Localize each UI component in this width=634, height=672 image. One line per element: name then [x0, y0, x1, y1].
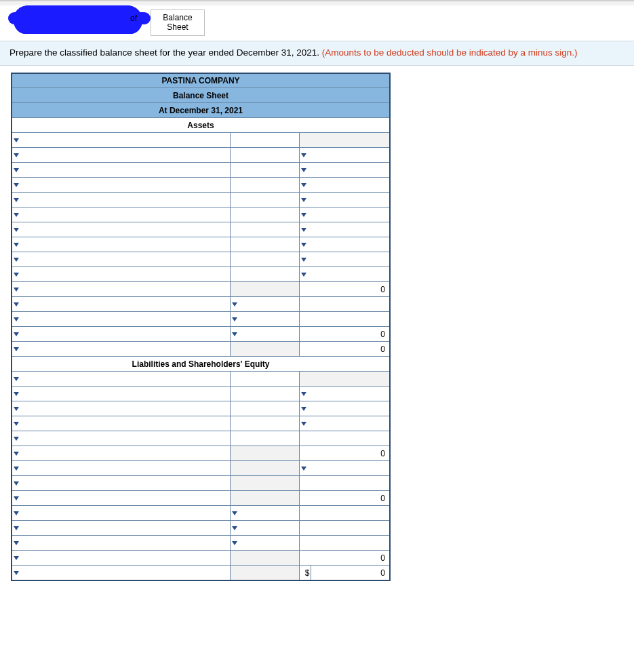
- liab-value1-dropdown[interactable]: [231, 521, 299, 536]
- currency-symbol: $: [299, 566, 311, 580]
- asset-value2-dropdown[interactable]: [299, 178, 390, 193]
- spacer: [299, 133, 390, 148]
- asset-value2-dropdown[interactable]: [299, 193, 390, 207]
- liab-label-dropdown[interactable]: [12, 476, 231, 491]
- asset-total-cell: 0: [299, 342, 390, 357]
- liab-value1-input[interactable]: [231, 387, 299, 401]
- asset-value1-input[interactable]: [231, 222, 299, 237]
- liab-value1-dropdown[interactable]: [231, 536, 299, 551]
- liab-label-dropdown[interactable]: [12, 566, 231, 580]
- balance-sheet-container: PASTINA COMPANY Balance Sheet At Decembe…: [11, 73, 634, 581]
- spacer: [231, 342, 299, 357]
- asset-value2-blank: [299, 297, 390, 312]
- asset-value1-input[interactable]: [231, 207, 299, 222]
- instruction-bar: Prepare the classified balance sheet for…: [0, 41, 634, 66]
- grand-total-cell: 0: [311, 566, 390, 580]
- asset-value1-input[interactable]: [231, 163, 299, 178]
- spacer: [231, 566, 299, 580]
- liab-label-dropdown[interactable]: [12, 372, 231, 387]
- liab-label-dropdown[interactable]: [12, 536, 231, 551]
- asset-label-dropdown[interactable]: [12, 133, 231, 148]
- asset-value2-dropdown[interactable]: [299, 148, 390, 163]
- date-header: At December 31, 2021: [12, 103, 390, 118]
- asset-value1-dropdown[interactable]: [231, 327, 299, 342]
- liab-label-dropdown[interactable]: [12, 521, 231, 536]
- redacted-tab-scribble: [14, 5, 142, 34]
- asset-value1-dropdown[interactable]: [231, 297, 299, 312]
- asset-total-cell: 0: [299, 282, 390, 297]
- asset-value1-input[interactable]: [231, 252, 299, 267]
- company-header: PASTINA COMPANY: [12, 73, 390, 88]
- asset-value2-blank: [299, 312, 390, 327]
- spacer: [231, 551, 299, 566]
- spacer: [231, 446, 299, 461]
- tab-balance-sheet[interactable]: BalanceSheet: [151, 9, 205, 36]
- liab-value1-input[interactable]: [231, 416, 299, 431]
- asset-value2-dropdown[interactable]: [299, 207, 390, 222]
- spacer: [299, 372, 390, 387]
- liab-value1-input[interactable]: [231, 401, 299, 416]
- liab-value2-dropdown[interactable]: [299, 416, 390, 431]
- liab-label-dropdown[interactable]: [12, 491, 231, 506]
- liab-label-dropdown[interactable]: [12, 506, 231, 521]
- asset-label-dropdown[interactable]: [12, 178, 231, 193]
- asset-value1-input[interactable]: [231, 133, 299, 148]
- liab-label-dropdown[interactable]: [12, 551, 231, 566]
- spacer: [231, 461, 299, 476]
- spacer: [231, 491, 299, 506]
- tab-bar: of BalanceSheet: [0, 8, 634, 41]
- liab-label-dropdown[interactable]: [12, 431, 231, 446]
- asset-label-dropdown[interactable]: [12, 282, 231, 297]
- liab-total-cell: 0: [299, 551, 390, 566]
- liab-value2-dropdown[interactable]: [299, 401, 390, 416]
- asset-value2-dropdown[interactable]: [299, 163, 390, 178]
- partial-of-text: of: [130, 14, 137, 23]
- spacer: [231, 282, 299, 297]
- liab-label-dropdown[interactable]: [12, 387, 231, 401]
- asset-value1-input[interactable]: [231, 237, 299, 252]
- liab-label-dropdown[interactable]: [12, 446, 231, 461]
- asset-value1-dropdown[interactable]: [231, 312, 299, 327]
- liab-value2-blank: [299, 506, 390, 521]
- asset-label-dropdown[interactable]: [12, 237, 231, 252]
- asset-label-dropdown[interactable]: [12, 252, 231, 267]
- liab-value2-blank: [299, 476, 390, 491]
- spacer: [231, 476, 299, 491]
- balance-sheet-table: PASTINA COMPANY Balance Sheet At Decembe…: [11, 73, 391, 581]
- liab-label-dropdown[interactable]: [12, 401, 231, 416]
- asset-value1-input[interactable]: [231, 267, 299, 282]
- liab-total-cell: 0: [299, 446, 390, 461]
- asset-value2-dropdown[interactable]: [299, 222, 390, 237]
- instruction-text: Prepare the classified balance sheet for…: [9, 47, 322, 58]
- asset-label-dropdown[interactable]: [12, 148, 231, 163]
- asset-label-dropdown[interactable]: [12, 267, 231, 282]
- liab-value2-blank: [299, 536, 390, 551]
- asset-total-cell: 0: [299, 327, 390, 342]
- asset-label-dropdown[interactable]: [12, 327, 231, 342]
- liab-value1-input[interactable]: [231, 372, 299, 387]
- asset-label-dropdown[interactable]: [12, 207, 231, 222]
- asset-label-dropdown[interactable]: [12, 297, 231, 312]
- asset-label-dropdown[interactable]: [12, 222, 231, 237]
- liabilities-section-header: Liabilities and Shareholders' Equity: [12, 357, 390, 372]
- liab-value1-dropdown[interactable]: [231, 506, 299, 521]
- liab-value2-dropdown[interactable]: [299, 461, 390, 476]
- liab-value2-dropdown[interactable]: [299, 387, 390, 401]
- asset-value2-dropdown[interactable]: [299, 267, 390, 282]
- liab-label-dropdown[interactable]: [12, 461, 231, 476]
- liab-label-dropdown[interactable]: [12, 416, 231, 431]
- asset-label-dropdown[interactable]: [12, 342, 231, 357]
- instruction-text-red: (Amounts to be deducted should be indica…: [322, 47, 578, 58]
- asset-label-dropdown[interactable]: [12, 193, 231, 207]
- liab-value2-blank: [299, 521, 390, 536]
- asset-value1-input[interactable]: [231, 178, 299, 193]
- asset-value1-input[interactable]: [231, 148, 299, 163]
- asset-value1-input[interactable]: [231, 193, 299, 207]
- liab-value1-input[interactable]: [231, 431, 299, 446]
- asset-label-dropdown[interactable]: [12, 163, 231, 178]
- asset-value2-dropdown[interactable]: [299, 237, 390, 252]
- asset-value2-dropdown[interactable]: [299, 252, 390, 267]
- title-header: Balance Sheet: [12, 88, 390, 103]
- asset-label-dropdown[interactable]: [12, 312, 231, 327]
- liab-total-cell: 0: [299, 491, 390, 506]
